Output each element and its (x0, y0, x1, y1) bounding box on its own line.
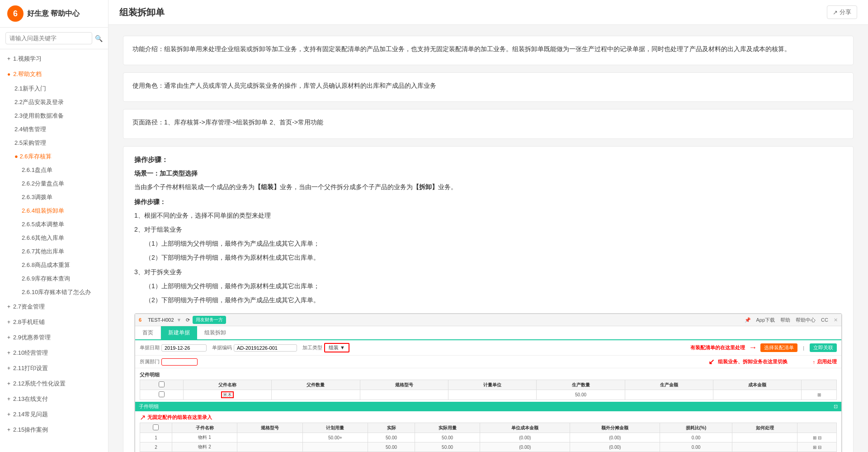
row-checkbox[interactable] (159, 391, 165, 397)
sidebar-item-2-2[interactable]: 2.2产品安装及登录 (0, 95, 108, 109)
sidebar-item-2-12[interactable]: + 2.12系统个性化设置 (0, 376, 108, 391)
sidebar-item-2-6[interactable]: ● 2.6库存核算 (0, 150, 108, 163)
app-td-unit (448, 390, 536, 400)
app-topbar: 6 TEST-H002 ▼ ⟳ 用友财务一方 📌 App下载 帮助 帮助中心 C… (135, 314, 841, 326)
role-section: 使用角色：通常由生产人员或库管人员完成拆装业务的操作，库管人员确认原材料的出库和… (123, 72, 854, 102)
scene-annotation: ↙ 组装业务、拆卸业务在这里切换 (708, 357, 788, 366)
app-td-name: 米木 (183, 390, 271, 400)
app-type-select[interactable]: 组装 ▼ (324, 343, 349, 352)
app-th-spec: 规格型号 (360, 380, 448, 390)
step-2-2: （2）下部明细为子件明细，最终作为原材料生成其它出库单。 (134, 252, 842, 263)
app-td-costamt (713, 390, 802, 400)
path-text: 页面路径：1、库存核算->库存管理->组装拆卸单 2、首页->常用功能 (132, 117, 844, 128)
step-2-1: （1）上部明细为父件明细，最终作为产成品生成其它入库单； (134, 238, 842, 249)
app-form-row2: 所属部门 ↙ 组装业务、拆卸业务在这里切换 ↑ 启用处理 (135, 356, 841, 368)
app-nav-home[interactable]: 📌 (745, 317, 751, 323)
step-3-2: （2）下部明细为子件明细，最终作为产成品生成其它入库单。 (134, 295, 842, 306)
sidebar-item-2-6-5[interactable]: 2.6.5成本调整单 (0, 218, 108, 231)
app-date-input[interactable] (161, 344, 207, 352)
sidebar-item-1[interactable]: + 1.视频学习 (0, 51, 108, 67)
search-input[interactable] (5, 32, 92, 44)
product-name-cell[interactable]: 米木 (221, 391, 234, 398)
sidebar-item-2-8[interactable]: + 2.8手机旺铺 (0, 314, 108, 330)
app-nav-cc[interactable]: CC (821, 317, 828, 323)
step-3-1: （1）上部明细为父件明细，最终作为原材料生成其它出库单； (134, 281, 842, 292)
scene1-ops-title: 操作步骤： (134, 198, 842, 206)
app-td-spec (360, 390, 448, 400)
enable-annotation: ↑ 启用处理 (813, 358, 837, 365)
sidebar-item-2-6-10[interactable]: 2.6.10库存账本错了怎么办 (0, 285, 108, 299)
screenshot-container: 6 TEST-H002 ▼ ⟳ 用友财务一方 📌 App下载 帮助 帮助中心 C… (134, 313, 842, 452)
annotation1-area: 有装配清单的在这里处理 → 选择装配清单 | 立即关联 (355, 343, 837, 352)
share-button[interactable]: ↗ 分享 (827, 5, 857, 19)
sidebar-item-2[interactable]: ● 2.帮助文档 (0, 67, 108, 82)
path-section: 页面路径：1、库存核算->库存管理->组装拆卸单 2、首页->常用功能 (123, 109, 854, 138)
app-company: TEST-H002 (148, 317, 174, 323)
app-td-parentqty (272, 390, 360, 400)
sidebar-item-2-6-3[interactable]: 2.6.3调拨单 (0, 190, 108, 204)
app-lth-unitcost: 单位成本金额 (480, 423, 570, 433)
step-2: 2、对于组装业务 (134, 224, 842, 235)
sidebar-item-2-6-9[interactable]: 2.6.9库存账本查询 (0, 272, 108, 285)
sidebar-item-2-15[interactable]: + 2.15操作案例 (0, 422, 108, 438)
app-assembly-btn[interactable]: 选择装配清单 (760, 343, 797, 352)
sidebar-header: 6 好生意 帮助中心 (0, 0, 108, 28)
app-tab-home[interactable]: 首页 (135, 326, 161, 339)
intro-section: 功能介绍：组装拆卸单用来处理企业组装或拆卸等加工业务，支持有固定装配清单的产品加… (123, 36, 854, 65)
content-area: 功能介绍：组装拆卸单用来处理企业组装或拆卸等加工业务，支持有固定装配清单的产品加… (108, 25, 868, 452)
app-nav-help[interactable]: 帮助 (780, 317, 790, 324)
app-code-input[interactable] (234, 344, 297, 352)
sidebar-item-2-6-8[interactable]: 2.6.8商品成本重算 (0, 258, 108, 272)
sidebar-item-2-14[interactable]: + 2.14常见问题 (0, 407, 108, 422)
app-td-ops: ⊞ (802, 390, 837, 400)
app-dept-input[interactable] (161, 358, 198, 366)
sidebar-item-2-5[interactable]: 2.5采购管理 (0, 136, 108, 150)
sidebar-item-2-11[interactable]: + 2.11打印设置 (0, 361, 108, 376)
sidebar-item-2-6-7[interactable]: 2.6.7其他出库单 (0, 245, 108, 258)
app-logo: 6 (139, 317, 142, 323)
app-td-checkbox (140, 390, 184, 400)
plus-icon-2-7: + (7, 304, 10, 310)
app-th-prodqty: 生产数量 (537, 380, 625, 390)
annotation1-text: 有装配清单的在这里处理 (690, 344, 745, 351)
sidebar-item-2-6-4[interactable]: 2.6.4组装拆卸单 (0, 204, 108, 218)
sidebar-item-2-6-2[interactable]: 2.6.2分量盘点单 (0, 177, 108, 190)
app-date-label: 单据日期 (140, 344, 160, 351)
plus-icon-2-15: + (7, 427, 10, 433)
app-action-btn[interactable]: 立即关联 (810, 343, 837, 352)
app-screenshot: 6 TEST-H002 ▼ ⟳ 用友财务一方 📌 App下载 帮助 帮助中心 C… (135, 314, 842, 452)
app-upper-table: 父件名称 父件数量 规格型号 计量单位 生产数量 生产金额 成本金额 (140, 380, 837, 400)
share-icon: ↗ (833, 9, 838, 16)
app-close-icon[interactable]: ✕ (834, 317, 838, 323)
app-section-label: 子件明细 (139, 403, 159, 410)
sidebar-item-2-10[interactable]: + 2.10经营管理 (0, 345, 108, 361)
plus-icon-2-10: + (7, 350, 10, 356)
sidebar-item-2-7[interactable]: + 2.7资金管理 (0, 299, 108, 314)
sidebar-item-2-6-6[interactable]: 2.6.6其他入库单 (0, 231, 108, 245)
top-bar: 组装拆卸单 ↗ 分享 (108, 0, 868, 25)
sidebar-item-2-13[interactable]: + 2.13在线支付 (0, 391, 108, 407)
app-nav-helpdesk[interactable]: 帮助中心 (796, 317, 816, 324)
app-upper-table-area: 父件明细 父件名称 父件数量 规格型号 计量单位 生产数量 (135, 368, 841, 402)
lower-table-checkbox[interactable] (153, 424, 159, 430)
scene1-title: 场景一：加工类型选择 (134, 170, 842, 178)
app-code-field: 单据编码 (212, 344, 297, 352)
app-tab-new[interactable]: 新建单据 (161, 326, 197, 339)
enable-annotation-arrow: ↑ (813, 359, 816, 365)
lower-table-row-1: 1 物料 1 50.00+ 50.00 50.00 (0.00) (0.00) … (140, 433, 837, 442)
app-tab-list[interactable]: 组装拆卸 (197, 326, 233, 339)
app-th-prodamt: 生产金额 (625, 380, 713, 390)
search-icon[interactable]: 🔍 (95, 35, 103, 42)
sidebar-item-2-6-1[interactable]: 2.6.1盘点单 (0, 163, 108, 177)
nav-section: + 1.视频学习 ● 2.帮助文档 2.1新手入门 2.2产品安装及登录 2.3… (0, 49, 108, 439)
app-nav-app[interactable]: App下载 (756, 317, 775, 324)
table-checkbox[interactable] (159, 381, 165, 387)
sidebar-item-2-3[interactable]: 2.3使用前数据准备 (0, 109, 108, 123)
app-lth-action: 如何处理 (732, 423, 797, 433)
app-table-section-title: 父件明细 (140, 370, 837, 380)
app-nav-active-btn[interactable]: 用友财务一方 (193, 316, 226, 324)
app-th-name: 父件名称 (183, 380, 271, 390)
sidebar-item-2-9[interactable]: + 2.9优惠券管理 (0, 330, 108, 345)
sidebar-item-2-4[interactable]: 2.4销售管理 (0, 123, 108, 136)
sidebar-item-2-1[interactable]: 2.1新手入门 (0, 82, 108, 95)
